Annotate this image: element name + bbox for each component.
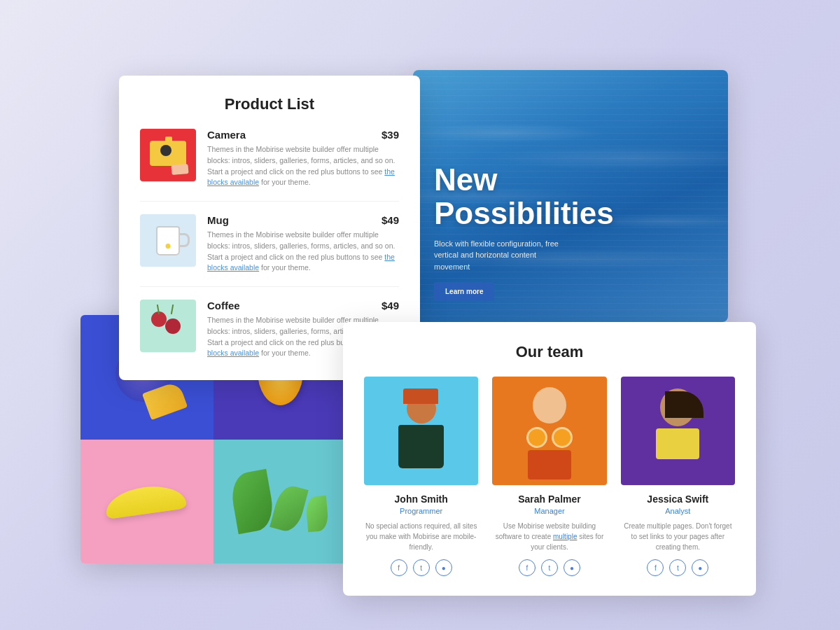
john-instagram-icon[interactable]: ● <box>435 559 452 576</box>
photo-cell-plant <box>214 440 346 564</box>
product-item-camera: Camera $39 Themes in the Mobirise websit… <box>140 129 399 202</box>
team-card: Our team John Smith Programmer No specia… <box>343 322 756 596</box>
sarah-role: Manager <box>492 507 606 515</box>
mug-price: $49 <box>382 214 399 226</box>
team-member-jessica: Jessica Swift Analyst Create multiple pa… <box>621 377 735 576</box>
ocean-content: New Possibilities Block with flexible co… <box>434 163 707 301</box>
learn-more-button[interactable]: Learn more <box>434 282 494 301</box>
coffee-name: Coffee <box>207 300 240 312</box>
jessica-twitter-icon[interactable]: t <box>669 559 686 576</box>
camera-name: Camera <box>207 129 246 141</box>
camera-image <box>140 129 196 181</box>
coffee-price: $49 <box>382 300 399 312</box>
team-member-sarah: Sarah Palmer Manager Use Mobirise websit… <box>492 377 606 576</box>
john-facebook-icon[interactable]: f <box>391 559 407 576</box>
camera-desc: Themes in the Mobirise website builder o… <box>207 144 399 188</box>
sarah-social: f t ● <box>492 559 606 576</box>
mug-desc: Themes in the Mobirise website builder o… <box>207 230 399 274</box>
photo-cell-banana <box>80 440 214 564</box>
jessica-instagram-icon[interactable]: ● <box>692 559 708 576</box>
team-title: Our team <box>364 343 735 361</box>
john-social: f t ● <box>364 559 478 576</box>
team-members-grid: John Smith Programmer No special actions… <box>364 377 735 576</box>
product-list-title: Product List <box>140 95 399 113</box>
sarah-twitter-icon[interactable]: t <box>541 559 558 576</box>
sarah-instagram-icon[interactable]: ● <box>564 559 580 576</box>
ocean-title-possibilities: Possibilities <box>434 197 707 230</box>
jessica-name: Jessica Swift <box>621 493 735 505</box>
sarah-photo <box>492 377 606 485</box>
mug-image <box>140 214 196 267</box>
john-twitter-icon[interactable]: t <box>413 559 430 576</box>
jessica-photo <box>621 377 735 485</box>
coffee-image <box>140 300 196 352</box>
john-name: John Smith <box>364 493 478 505</box>
sarah-desc: Use Mobirise website building software t… <box>492 521 606 552</box>
jessica-desc: Create multiple pages. Don't forget to s… <box>621 521 735 552</box>
john-role: Programmer <box>364 507 478 515</box>
ocean-background: New Possibilities Block with flexible co… <box>413 70 728 322</box>
jessica-facebook-icon[interactable]: f <box>647 559 664 576</box>
camera-price: $39 <box>382 129 399 141</box>
product-item-mug: Mug $49 Themes in the Mobirise website b… <box>140 214 399 287</box>
sarah-name: Sarah Palmer <box>492 493 606 505</box>
john-desc: No special actions required, all sites y… <box>364 521 478 552</box>
ocean-subtitle: Block with flexible configuration, free … <box>434 238 574 273</box>
ocean-hero-card: New Possibilities Block with flexible co… <box>413 70 728 322</box>
sarah-facebook-icon[interactable]: f <box>519 559 536 576</box>
jessica-role: Analyst <box>621 507 735 515</box>
camera-info: Camera $39 Themes in the Mobirise websit… <box>207 129 399 188</box>
mug-name: Mug <box>207 214 229 226</box>
mug-info: Mug $49 Themes in the Mobirise website b… <box>207 214 399 274</box>
john-photo <box>364 377 478 485</box>
ocean-title-new: New <box>434 163 707 197</box>
team-member-john: John Smith Programmer No special actions… <box>364 377 478 576</box>
jessica-social: f t ● <box>621 559 735 576</box>
